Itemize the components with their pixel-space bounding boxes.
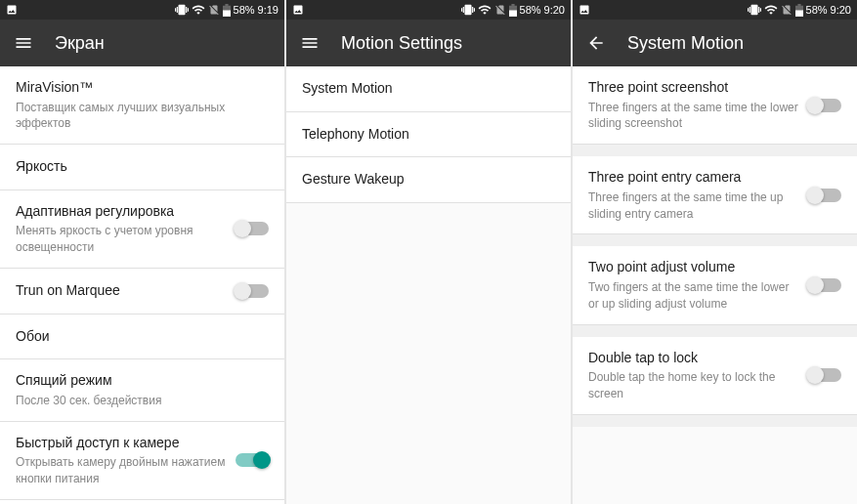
item-title: Быстрый доступ к камере bbox=[16, 434, 228, 453]
item-title: Trun on Marquee bbox=[16, 281, 228, 301]
item-system-motion[interactable]: System Motion bbox=[286, 66, 571, 112]
item-title: Double tap to lock bbox=[588, 349, 800, 368]
wifi-icon bbox=[764, 3, 778, 17]
item-three-point-camera[interactable]: Three point entry camera Three fingers a… bbox=[573, 156, 857, 234]
item-adaptive[interactable]: Адаптивная регулировка Менять яркость с … bbox=[0, 190, 284, 269]
clock-text: 9:20 bbox=[831, 4, 851, 16]
item-title: MiraVision™ bbox=[16, 78, 261, 98]
switch-lock[interactable] bbox=[808, 368, 841, 382]
switch-screenshot[interactable] bbox=[808, 99, 841, 112]
no-sim-icon bbox=[781, 4, 793, 16]
battery-icon bbox=[223, 4, 231, 17]
item-title: Спящий режим bbox=[16, 371, 261, 391]
battery-text: 58% bbox=[806, 4, 828, 16]
item-sleep[interactable]: Спящий режим После 30 сек. бездействия bbox=[0, 359, 284, 421]
app-bar: System Motion bbox=[573, 20, 857, 66]
item-title: Адаптивная регулировка bbox=[16, 202, 228, 222]
item-brightness[interactable]: Яркость bbox=[0, 145, 284, 190]
item-title: Three point entry camera bbox=[588, 168, 800, 188]
divider bbox=[573, 325, 857, 337]
item-subtitle: Поставщик самых лучших визуальных эффект… bbox=[16, 100, 261, 133]
item-double-tap-lock[interactable]: Double tap to lock Double tap the home k… bbox=[573, 337, 857, 415]
settings-list: MiraVision™ Поставщик самых лучших визуа… bbox=[0, 66, 284, 504]
image-icon bbox=[6, 4, 18, 16]
item-subtitle: После 30 сек. бездействия bbox=[16, 393, 261, 409]
screen-motion-settings: 58% 9:20 Motion Settings System Motion T… bbox=[286, 0, 571, 504]
item-telephony-motion[interactable]: Telephony Motion bbox=[286, 112, 571, 158]
page-title: Motion Settings bbox=[341, 33, 462, 54]
item-subtitle: Two fingers at the same time the lower o… bbox=[588, 279, 800, 313]
page-title: Экран bbox=[55, 33, 105, 54]
no-sim-icon bbox=[494, 4, 506, 16]
hamburger-icon[interactable] bbox=[14, 33, 33, 53]
page-title: System Motion bbox=[627, 33, 744, 54]
status-bar: 58% 9:20 bbox=[286, 0, 571, 20]
settings-list: Three point screenshot Three fingers at … bbox=[573, 66, 857, 504]
item-marquee[interactable]: Trun on Marquee bbox=[0, 269, 284, 315]
switch-volume[interactable] bbox=[808, 278, 841, 292]
item-title: Яркость bbox=[16, 157, 261, 177]
switch-camera[interactable] bbox=[808, 189, 841, 202]
status-bar: 58% 9:20 bbox=[573, 0, 857, 20]
item-wallpaper[interactable]: Обои bbox=[0, 315, 284, 360]
item-subtitle: Three fingers at the same time the up sl… bbox=[588, 189, 800, 223]
item-title: Two point adjust volume bbox=[588, 258, 800, 277]
battery-text: 58% bbox=[234, 4, 255, 16]
divider bbox=[573, 415, 857, 427]
hamburger-icon[interactable] bbox=[300, 33, 320, 53]
vibrate-icon bbox=[748, 3, 761, 17]
switch-marquee[interactable] bbox=[236, 284, 269, 298]
screen-display: 58% 9:19 Экран MiraVision™ Поставщик сам… bbox=[0, 0, 284, 504]
app-bar: Экран bbox=[0, 20, 284, 66]
item-title: Three point screenshot bbox=[588, 78, 800, 98]
divider bbox=[573, 234, 857, 246]
item-subtitle: Three fingers at the same time the lower… bbox=[588, 100, 800, 133]
item-title: Обои bbox=[16, 327, 261, 347]
item-camera-quick[interactable]: Быстрый доступ к камере Открывать камеру… bbox=[0, 422, 284, 500]
image-icon bbox=[578, 4, 590, 16]
settings-list: System Motion Telephony Motion Gesture W… bbox=[286, 66, 571, 504]
item-miravision[interactable]: MiraVision™ Поставщик самых лучших визуа… bbox=[0, 66, 284, 145]
item-two-point-volume[interactable]: Two point adjust volume Two fingers at t… bbox=[573, 246, 857, 324]
app-bar: Motion Settings bbox=[286, 20, 571, 66]
no-sim-icon bbox=[208, 4, 220, 16]
vibrate-icon bbox=[175, 3, 189, 17]
clock-text: 9:19 bbox=[258, 4, 279, 16]
item-three-point-screenshot[interactable]: Three point screenshot Three fingers at … bbox=[573, 66, 857, 145]
item-title: Telephony Motion bbox=[302, 125, 547, 145]
item-subtitle: Открывать камеру двойным нажатием кнопки… bbox=[16, 454, 228, 487]
wifi-icon bbox=[192, 3, 205, 17]
battery-icon bbox=[795, 4, 803, 17]
item-subtitle: Double tap the home key to lock the scre… bbox=[588, 369, 800, 402]
screen-system-motion: 58% 9:20 System Motion Three point scree… bbox=[573, 0, 857, 504]
battery-text: 58% bbox=[520, 4, 541, 16]
item-title: Gesture Wakeup bbox=[302, 170, 547, 189]
battery-icon bbox=[509, 4, 517, 17]
switch-camera-quick[interactable] bbox=[236, 453, 269, 467]
item-screensaver[interactable]: Заставка Часы bbox=[0, 500, 284, 504]
item-title: System Motion bbox=[302, 79, 547, 99]
vibrate-icon bbox=[461, 3, 475, 17]
divider bbox=[573, 145, 857, 156]
wifi-icon bbox=[478, 3, 492, 17]
item-subtitle: Менять яркость с учетом уровня освещенно… bbox=[16, 223, 228, 256]
switch-adaptive[interactable] bbox=[236, 222, 269, 235]
image-icon bbox=[292, 4, 304, 16]
item-gesture-wakeup[interactable]: Gesture Wakeup bbox=[286, 157, 571, 203]
back-icon[interactable] bbox=[586, 33, 606, 53]
clock-text: 9:20 bbox=[544, 4, 565, 16]
status-bar: 58% 9:19 bbox=[0, 0, 284, 20]
